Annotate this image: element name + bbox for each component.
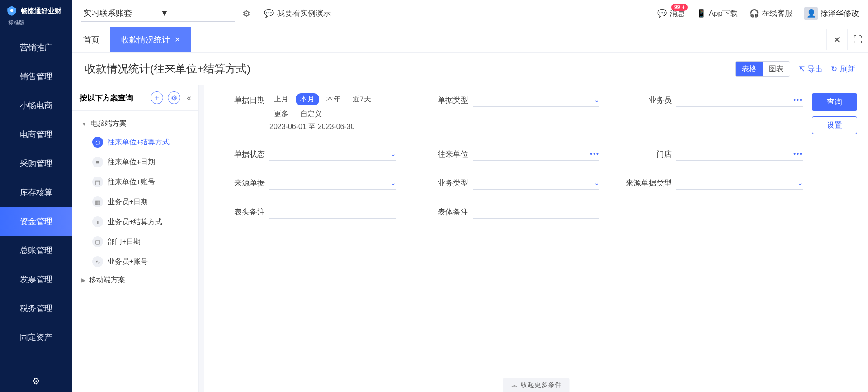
view-chart-button[interactable]: 图表 xyxy=(763,62,790,76)
more-icon: ••• xyxy=(590,150,599,158)
nav-purchase[interactable]: 采购管理 xyxy=(0,149,72,178)
collapse-filters-button[interactable]: ︽ 收起更多条件 xyxy=(503,378,570,392)
fullscreen-button[interactable]: ⛶ xyxy=(847,29,868,50)
nav-ecommerce-xc[interactable]: 小畅电商 xyxy=(0,91,72,120)
scheme-item-salesman-settlement[interactable]: ⫾业务员+结算方式 xyxy=(89,212,195,232)
field-source-doc-type: 来源单据类型 ⌄ xyxy=(622,176,803,190)
filter-panel: 查询 设置 单据日期 上月 本月 本年 近7天 更多 自定义 xyxy=(204,85,868,392)
messages-badge: 99 + xyxy=(671,4,688,11)
nav-funds[interactable]: 资金管理 xyxy=(0,207,72,236)
field-source-doc: 来源单据 ⌄ xyxy=(215,176,396,190)
nav-ledger[interactable]: 总账管理 xyxy=(0,236,72,265)
header-right: 💬 消息 99 + 📱 App下载 🎧 在线客服 👤 徐泽华修改 xyxy=(657,7,859,20)
label-store: 门店 xyxy=(622,147,672,159)
field-biz-type: 业务类型 ⌄ xyxy=(419,176,599,190)
scheme-item-partner-settlement[interactable]: ◷往来单位+结算方式 xyxy=(89,132,195,152)
nav-ecommerce[interactable]: 电商管理 xyxy=(0,120,72,149)
header-remark-input[interactable] xyxy=(269,205,396,219)
chevron-up-icon: ︽ xyxy=(511,381,518,389)
brand-logo: 畅捷通好业财 xyxy=(0,0,72,19)
scheme-item-partner-date[interactable]: ≡往来单位+日期 xyxy=(89,152,195,172)
store-picker[interactable]: ••• xyxy=(676,147,803,161)
user-name: 徐泽华修改 xyxy=(821,8,859,19)
refresh-icon: ↻ xyxy=(831,64,837,74)
scheme-item-salesman-account[interactable]: ∿业务员+账号 xyxy=(89,252,195,272)
label-source-doc: 来源单据 xyxy=(215,176,265,188)
refresh-button[interactable]: ↻ 刷新 xyxy=(831,64,855,74)
field-store: 门店 ••• xyxy=(622,147,803,161)
add-scheme-button[interactable]: ＋ xyxy=(151,91,163,104)
source-doc-select[interactable]: ⌄ xyxy=(269,176,396,190)
download-label: App下载 xyxy=(709,8,738,19)
demo-link[interactable]: 💬 我要看实例演示 xyxy=(264,8,331,19)
tab-receipt-stats[interactable]: 收款情况统计 ✕ xyxy=(110,27,191,52)
account-name: 实习联系账套 xyxy=(83,8,156,19)
grid-icon: ▢ xyxy=(92,236,103,247)
chip-7days[interactable]: 近7天 xyxy=(348,93,376,105)
query-button[interactable]: 查询 xyxy=(812,93,857,111)
chart-icon: ⫾ xyxy=(92,216,103,227)
scheme-item-partner-account[interactable]: ▤往来单位+账号 xyxy=(89,172,195,192)
date-to: 2023-06-30 xyxy=(318,123,355,130)
messages-button[interactable]: 💬 消息 99 + xyxy=(657,8,685,19)
nav-invoice[interactable]: 发票管理 xyxy=(0,265,72,294)
brand-name: 畅捷通好业财 xyxy=(21,7,61,15)
support-button[interactable]: 🎧 在线客服 xyxy=(750,8,793,19)
account-settings-icon[interactable]: ⚙ xyxy=(242,8,250,19)
scheme-title: 按以下方案查询 xyxy=(80,93,146,103)
scheme-group-desktop[interactable]: ▼ 电脑端方案 xyxy=(76,115,195,132)
doc-type-select[interactable]: ⌄ xyxy=(473,93,599,107)
nav-sales[interactable]: 销售管理 xyxy=(0,62,72,91)
chip-last-month[interactable]: 上月 xyxy=(269,93,293,105)
partner-picker[interactable]: ••• xyxy=(473,147,599,161)
label-body-remark: 表体备注 xyxy=(419,205,468,217)
nav-marketing[interactable]: 营销推广 xyxy=(0,33,72,62)
title-actions: 表格 图表 ⇱ 导出 ↻ 刷新 xyxy=(735,61,855,77)
scheme-panel: 按以下方案查询 ＋ ⚙ « ▼ 电脑端方案 ◷往来单位+结算方式 ≡往来单位+日… xyxy=(72,85,199,392)
doc-status-select[interactable]: ⌄ xyxy=(269,147,396,161)
body-remark-input[interactable] xyxy=(473,205,599,219)
close-icon[interactable]: ✕ xyxy=(175,35,180,44)
brand-logo-icon xyxy=(5,5,18,17)
account-select[interactable]: 实习联系账套 ▼ xyxy=(81,5,235,22)
scheme-settings-button[interactable]: ⚙ xyxy=(168,91,180,104)
close-all-tabs-button[interactable]: ✕ xyxy=(826,29,847,50)
support-label: 在线客服 xyxy=(762,8,793,19)
group-label: 移动端方案 xyxy=(89,275,125,285)
sidebar-footer: ⚙ xyxy=(0,370,72,392)
chip-this-year[interactable]: 本年 xyxy=(322,93,345,105)
line-icon: ∿ xyxy=(92,256,103,267)
settings-icon[interactable]: ⚙ xyxy=(32,376,40,386)
user-menu[interactable]: 👤 徐泽华修改 xyxy=(804,7,859,20)
nav-items: 营销推广 销售管理 小畅电商 电商管理 采购管理 库存核算 资金管理 总账管理 … xyxy=(0,33,72,370)
chip-custom[interactable]: 自定义 xyxy=(296,108,326,120)
nav-asset[interactable]: 固定资产 xyxy=(0,323,72,352)
nav-inventory[interactable]: 库存核算 xyxy=(0,178,72,207)
tab-home[interactable]: 首页 xyxy=(72,27,110,52)
sidebar: 畅捷通好业财 标准版 营销推广 销售管理 小畅电商 电商管理 采购管理 库存核算… xyxy=(0,0,72,392)
title-bar: 收款情况统计(往来单位+结算方式) 表格 图表 ⇱ 导出 ↻ 刷新 xyxy=(72,53,868,85)
label-partner: 往来单位 xyxy=(419,147,468,159)
scheme-item-salesman-date[interactable]: ▦业务员+日期 xyxy=(89,192,195,212)
avatar-icon: 👤 xyxy=(804,7,818,20)
more-icon: ••• xyxy=(793,150,803,158)
export-button[interactable]: ⇱ 导出 xyxy=(798,64,823,74)
view-table-button[interactable]: 表格 xyxy=(736,62,763,76)
card-icon: ▤ xyxy=(92,177,103,187)
biz-type-select[interactable]: ⌄ xyxy=(473,176,599,190)
source-doc-type-select[interactable]: ⌄ xyxy=(676,176,803,190)
chip-more[interactable]: 更多 xyxy=(269,108,293,120)
chip-this-month[interactable]: 本月 xyxy=(296,93,319,105)
chevron-down-icon: ⌄ xyxy=(594,96,599,104)
app-download-button[interactable]: 📱 App下载 xyxy=(697,8,738,19)
chevron-down-icon: ⌄ xyxy=(594,179,599,186)
filter-actions: 查询 设置 xyxy=(812,93,857,134)
scheme-item-dept-date[interactable]: ▢部门+日期 xyxy=(89,232,195,252)
label-biz-type: 业务类型 xyxy=(419,176,468,188)
nav-tax[interactable]: 税务管理 xyxy=(0,294,72,323)
settings-button[interactable]: 设置 xyxy=(812,116,857,134)
salesman-picker[interactable]: ••• xyxy=(676,93,803,107)
scheme-group-mobile[interactable]: ▶ 移动端方案 xyxy=(76,272,195,288)
label-doc-type: 单据类型 xyxy=(419,93,468,105)
collapse-panel-icon[interactable]: « xyxy=(187,93,191,103)
